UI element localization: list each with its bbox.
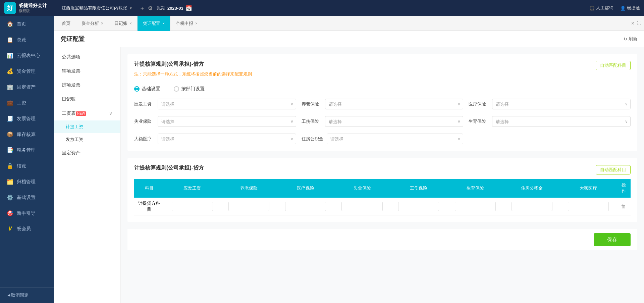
left-nav-calc-salary[interactable]: 计提工资 xyxy=(54,120,120,133)
account-period: 账期 2023-03 📅 xyxy=(157,5,192,11)
right-panel: 计提核算规则(公司承担)-借方 注：只能选择一种方式，系统将按照您当前的选择来配… xyxy=(121,47,644,303)
left-nav-public[interactable]: 公共选项 xyxy=(54,50,120,64)
content-area: 首页 资金分析 × 日记账 × 凭证配置 × 个税申报 × × ⛶ xyxy=(54,16,644,303)
col-gong-shang: 工伤保险 xyxy=(390,179,447,198)
close-account-icon: 🔒 xyxy=(7,163,13,169)
col-yi-liao: 医疗保险 xyxy=(277,179,334,198)
debit-form-grid: 应发工资 请选择 ∨ 养老保险 xyxy=(134,99,631,144)
credit-table: 科目 应发工资 养老保险 医疗保险 失业保险 工伤保险 生育保险 住房公积金 大… xyxy=(134,179,631,215)
tab-tax-close[interactable]: × xyxy=(195,21,198,26)
capital-icon: 💰 xyxy=(7,68,13,74)
inventory-icon: 📦 xyxy=(7,131,13,138)
select-yi-liao-wrapper: 请选择 ∨ xyxy=(492,99,631,109)
sidebar-item-guide[interactable]: 🎯 新手引导 xyxy=(0,205,54,221)
fixed-asset-icon: 🏢 xyxy=(7,84,13,90)
sidebar-item-general[interactable]: 📋 总账 xyxy=(0,32,54,48)
settings-button[interactable]: ⚙ xyxy=(148,5,153,11)
select-yang-lao[interactable]: 请选择 xyxy=(325,99,464,109)
credit-auto-match-button[interactable]: 自动匹配科目 xyxy=(596,165,631,174)
cell-zhu-fang-value xyxy=(503,198,560,215)
debit-section: 计提核算规则(公司承担)-借方 注：只能选择一种方式，系统将按照您当前的选择来配… xyxy=(127,54,637,151)
debit-auto-match-button[interactable]: 自动匹配科目 xyxy=(596,61,631,70)
input-sheng-yu[interactable] xyxy=(455,202,496,211)
calendar-icon[interactable]: 📅 xyxy=(185,5,192,11)
select-gong-shang[interactable]: 请选择 xyxy=(325,116,464,127)
tab-journal-close[interactable]: × xyxy=(129,21,132,26)
sidebar-item-tax[interactable]: 📑 税务管理 xyxy=(0,142,54,158)
tab-voucher-close[interactable]: × xyxy=(162,21,165,26)
input-zhu-fang[interactable] xyxy=(512,202,552,211)
refresh-button[interactable]: ↻ 刷新 xyxy=(624,36,637,42)
left-nav-salary-table[interactable]: 工资表 NEW ∨ xyxy=(54,106,120,120)
sidebar-item-salary[interactable]: 💼 工资 xyxy=(0,95,54,111)
sidebar: 🏠 首页 📋 总账 📊 云报表中心 💰 资金管理 🏢 固定资产 💼 工资 🧾 发… xyxy=(0,16,54,303)
general-icon: 📋 xyxy=(7,37,13,43)
left-nav-pay-salary[interactable]: 发放工资 xyxy=(54,133,120,146)
sidebar-item-inventory[interactable]: 📦 库存核算 xyxy=(0,127,54,142)
sidebar-item-settings[interactable]: ⚙️ 基础设置 xyxy=(0,190,54,205)
sidebar-item-archive[interactable]: 🗂️ 归档管理 xyxy=(0,174,54,190)
select-shi-ye[interactable]: 请选择 xyxy=(158,116,296,127)
debit-section-title: 计提核算规则(公司承担)-借方 xyxy=(134,61,252,68)
tax-icon: 📑 xyxy=(7,147,13,153)
select-sheng-yu[interactable]: 请选择 xyxy=(492,116,631,127)
field-da-e: 大额医疗 请选择 ∨ xyxy=(134,134,296,144)
tab-voucher[interactable]: 凭证配置 × xyxy=(138,16,170,31)
sidebar-item-close[interactable]: 🔒 结账 xyxy=(0,158,54,174)
select-da-e[interactable]: 请选择 xyxy=(158,134,296,144)
radio-basic[interactable]: 基础设置 xyxy=(134,86,160,92)
tab-journal[interactable]: 日记账 × xyxy=(109,16,138,31)
page-title: 凭证配置 xyxy=(60,35,85,43)
sidebar-item-member[interactable]: V 畅会员 xyxy=(0,221,54,237)
top-bar: 好 畅捷通好会计 旗舰版 江西服宝精品有限责任公司内账张 ▼ ＋ ⚙ 账期 20… xyxy=(0,0,644,16)
company-dropdown-arrow: ▼ xyxy=(129,6,132,10)
guide-icon: 🎯 xyxy=(7,210,13,216)
tab-expand-icon[interactable]: ⛶ xyxy=(637,20,641,27)
input-ying-fa[interactable] xyxy=(172,202,213,211)
field-yi-liao: 医疗保险 请选择 ∨ xyxy=(469,99,631,109)
left-nav-sales[interactable]: 销项发票 xyxy=(54,64,120,78)
new-badge: NEW xyxy=(76,111,86,116)
user-account[interactable]: 👤 畅捷通 xyxy=(620,5,640,11)
field-yang-lao: 养老保险 请选择 ∨ xyxy=(302,99,464,109)
radio-group: 基础设置 按部门设置 xyxy=(134,86,631,92)
input-yi-liao[interactable] xyxy=(285,202,326,211)
field-zhu-fang: 住房公积金 请选择 ∨ xyxy=(302,134,464,144)
save-button[interactable]: 保存 xyxy=(594,233,631,246)
input-shi-ye[interactable] xyxy=(341,202,382,211)
field-gong-shang: 工伤保险 请选择 ∨ xyxy=(302,116,464,127)
left-nav-purchase[interactable]: 进项发票 xyxy=(54,78,120,92)
tab-capital-close[interactable]: × xyxy=(101,21,103,26)
input-yang-lao[interactable] xyxy=(228,202,269,211)
select-yi-liao[interactable]: 请选择 xyxy=(492,99,631,109)
cell-ying-fa-value xyxy=(164,198,221,215)
radio-dept[interactable]: 按部门设置 xyxy=(174,86,205,92)
cancel-fixed-button[interactable]: ◄取消固定 xyxy=(0,287,54,303)
sidebar-item-fixed-asset[interactable]: 🏢 固定资产 xyxy=(0,79,54,95)
cell-sheng-yu-value xyxy=(447,198,504,215)
add-button[interactable]: ＋ xyxy=(139,4,145,12)
sidebar-item-capital[interactable]: 💰 资金管理 xyxy=(0,63,54,79)
left-nav-fixed-asset[interactable]: 固定资产 xyxy=(54,146,120,160)
tab-home[interactable]: 首页 xyxy=(56,16,76,31)
input-gong-shang[interactable] xyxy=(398,202,439,211)
select-zhu-fang[interactable]: 请选择 xyxy=(327,134,464,144)
sidebar-item-invoice[interactable]: 🧾 发票管理 xyxy=(0,111,54,127)
select-ying-fa[interactable]: 请选择 xyxy=(158,99,296,109)
sidebar-item-report[interactable]: 📊 云报表中心 xyxy=(0,48,54,63)
left-nav-journal[interactable]: 日记账 xyxy=(54,92,120,106)
consult-button[interactable]: 🎧 人工咨询 xyxy=(589,5,613,11)
tab-capital[interactable]: 资金分析 × xyxy=(76,16,109,31)
delete-row-icon[interactable]: 🗑 xyxy=(621,203,626,209)
tab-tax[interactable]: 个税申报 × xyxy=(170,16,203,31)
debit-section-header: 计提核算规则(公司承担)-借方 注：只能选择一种方式，系统将按照您当前的选择来配… xyxy=(134,61,631,83)
sidebar-item-home[interactable]: 🏠 首页 xyxy=(0,16,54,32)
input-da-e[interactable] xyxy=(568,202,609,211)
cell-action: 🗑 xyxy=(617,198,631,215)
debit-section-left: 计提核算规则(公司承担)-借方 注：只能选择一种方式，系统将按照您当前的选择来配… xyxy=(134,61,252,83)
select-zhu-fang-wrapper: 请选择 ∨ xyxy=(327,134,464,144)
cell-yang-lao-value xyxy=(221,198,277,215)
col-zhu-fang: 住房公积金 xyxy=(503,179,560,198)
company-selector[interactable]: 江西服宝精品有限责任公司内账张 ▼ xyxy=(58,5,137,11)
tab-close-all-icon[interactable]: × xyxy=(631,20,634,27)
